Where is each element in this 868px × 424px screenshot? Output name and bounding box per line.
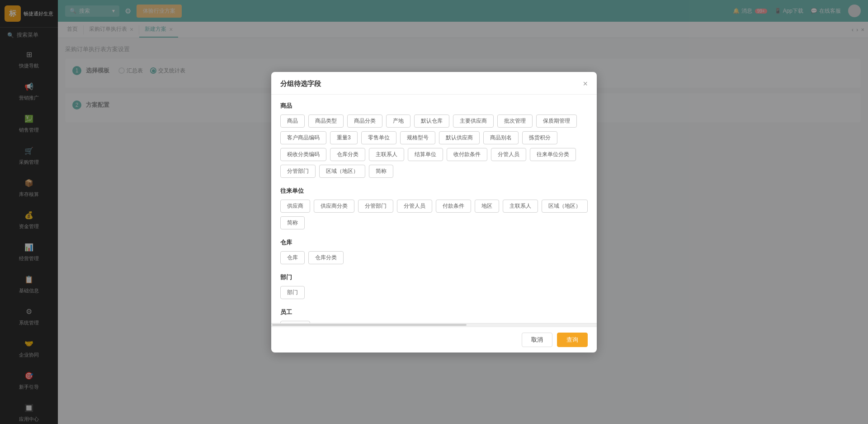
field-section-department: 部门 部门	[280, 273, 588, 299]
field-tag[interactable]: 分管人员	[491, 148, 526, 161]
warehouse-tags: 仓库仓库分类	[280, 251, 588, 264]
field-section-title-department: 部门	[280, 273, 588, 281]
cancel-button[interactable]: 取消	[522, 333, 552, 347]
field-tag[interactable]: 地区	[475, 200, 499, 213]
field-tag[interactable]: 结算单位	[408, 148, 443, 161]
field-tag[interactable]: 商品别名	[483, 131, 519, 144]
field-tag[interactable]: 仓库分类	[308, 251, 344, 264]
field-select-dialog: 分组待选字段 × 商品 商品商品类型商品分类产地默认仓库主要供应商批次管理保质期…	[271, 72, 597, 353]
field-tag[interactable]: 仓库分类	[330, 148, 365, 161]
field-tag[interactable]: 部门	[280, 286, 305, 299]
field-section-title-employee: 员工	[280, 308, 588, 316]
product-tags: 商品商品类型商品分类产地默认仓库主要供应商批次管理保质期管理客户商品编码重量3零…	[280, 114, 588, 178]
field-tag[interactable]: 主要供应商	[453, 114, 494, 128]
field-tag[interactable]: 拣货积分	[522, 131, 557, 144]
field-tag[interactable]: 仓库	[280, 251, 305, 264]
field-tag[interactable]: 付款条件	[436, 200, 471, 213]
dialog-overlay: 分组待选字段 × 商品 商品商品类型商品分类产地默认仓库主要供应商批次管理保质期…	[0, 0, 868, 424]
field-tag[interactable]: 分管部门	[280, 165, 316, 178]
field-section-product: 商品 商品商品类型商品分类产地默认仓库主要供应商批次管理保质期管理客户商品编码重…	[280, 102, 588, 178]
department-tags: 部门	[280, 286, 588, 299]
field-section-title-partner: 往来单位	[280, 187, 588, 195]
field-tag[interactable]: 商品	[280, 114, 305, 128]
dialog-header: 分组待选字段 ×	[271, 72, 597, 95]
field-tag[interactable]: 主联系人	[503, 200, 538, 213]
field-tag[interactable]: 收付款条件	[447, 148, 487, 161]
field-tag[interactable]: 零售单位	[361, 131, 396, 144]
dialog-close-button[interactable]: ×	[583, 79, 588, 89]
dialog-footer: 取消 查询	[271, 327, 597, 353]
field-tag[interactable]: 保质期管理	[536, 114, 577, 128]
field-tag[interactable]: 税收分类编码	[280, 148, 326, 161]
field-tag[interactable]: 分管人员	[397, 200, 432, 213]
field-tag[interactable]: 供应商	[280, 200, 310, 213]
field-tag[interactable]: 分管部门	[358, 200, 393, 213]
field-tag[interactable]: 区域（地区）	[542, 200, 588, 213]
field-section-employee: 员工 业务员	[280, 308, 588, 323]
field-tag[interactable]: 默认供应商	[439, 131, 480, 144]
field-tag[interactable]: 简称	[280, 216, 305, 229]
field-tag[interactable]: 批次管理	[497, 114, 533, 128]
field-tag[interactable]: 客户商品编码	[280, 131, 326, 144]
field-tag[interactable]: 默认仓库	[414, 114, 449, 128]
field-section-title-product: 商品	[280, 102, 588, 110]
field-tag[interactable]: 主联系人	[369, 148, 404, 161]
field-section-partner: 往来单位 供应商供应商分类分管部门分管人员付款条件地区主联系人区域（地区）简称	[280, 187, 588, 229]
field-tag[interactable]: 产地	[386, 114, 410, 128]
dialog-body: 商品 商品商品类型商品分类产地默认仓库主要供应商批次管理保质期管理客户商品编码重…	[271, 95, 597, 323]
field-tag[interactable]: 商品类型	[308, 114, 344, 128]
confirm-button[interactable]: 查询	[557, 333, 588, 347]
hscroll-thumb	[272, 324, 467, 326]
field-tag[interactable]: 规格型号	[400, 131, 435, 144]
field-tag[interactable]: 重量3	[330, 131, 358, 144]
field-tag[interactable]: 商品分类	[347, 114, 382, 128]
field-tag[interactable]: 往来单位分类	[530, 148, 576, 161]
dialog-horizontal-scrollbar[interactable]	[271, 323, 597, 327]
dialog-title: 分组待选字段	[280, 80, 321, 88]
field-tag[interactable]: 简称	[369, 165, 393, 178]
partner-tags: 供应商供应商分类分管部门分管人员付款条件地区主联系人区域（地区）简称	[280, 200, 588, 229]
field-section-title-warehouse: 仓库	[280, 238, 588, 247]
field-tag[interactable]: 区域（地区）	[319, 165, 365, 178]
field-tag[interactable]: 供应商分类	[314, 200, 354, 213]
field-section-warehouse: 仓库 仓库仓库分类	[280, 238, 588, 264]
